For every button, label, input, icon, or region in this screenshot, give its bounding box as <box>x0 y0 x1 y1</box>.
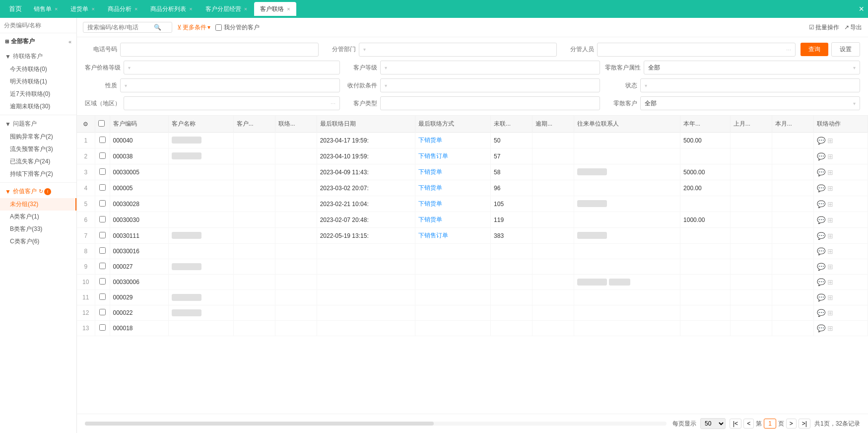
row-last-method-link[interactable]: 下销售订单 <box>418 152 448 159</box>
grid-action-icon[interactable]: ⊞ <box>827 184 833 192</box>
filter-retail-attr-input[interactable]: 全部 ▾ <box>644 61 860 74</box>
sidebar-search-input[interactable] <box>4 22 77 29</box>
horizontal-scrollbar[interactable] <box>85 422 667 426</box>
search-input[interactable] <box>87 24 152 31</box>
tab-customer-segment[interactable]: 客户分层经营 × <box>200 2 253 16</box>
prev-page-btn[interactable]: < <box>743 419 754 429</box>
row-checkbox[interactable] <box>99 278 106 285</box>
sidebar-item-hoard[interactable]: 囤购异常客户(2) <box>0 131 76 143</box>
grid-action-icon[interactable]: ⊞ <box>827 309 833 317</box>
chat-icon[interactable]: 💬 <box>817 309 825 317</box>
tab-purchase[interactable]: 进货单 × <box>65 2 100 16</box>
search-button[interactable]: 查询 <box>801 43 828 56</box>
filter-gender-input[interactable]: ▾ <box>120 78 340 92</box>
row-checkbox[interactable] <box>99 137 106 143</box>
grid-action-icon[interactable]: ⊞ <box>827 137 833 144</box>
sidebar-item-class-b[interactable]: B类客户(33) <box>0 223 76 235</box>
row-checkbox[interactable] <box>99 232 106 238</box>
row-checkbox[interactable] <box>99 263 106 269</box>
chat-icon[interactable]: 💬 <box>817 324 825 332</box>
filter-price-level-input[interactable]: ▾ <box>124 61 340 74</box>
tab-analysis[interactable]: 商品分析 × <box>102 2 143 16</box>
my-customers-checkbox[interactable]: 我分管的客户 <box>215 23 260 32</box>
sidebar-item-today[interactable]: 今天待联络(0) <box>0 63 76 75</box>
row-last-method-link[interactable]: 下销货单 <box>418 200 442 207</box>
sidebar-item-declining[interactable]: 持续下滑客户(2) <box>0 168 76 180</box>
grid-action-icon[interactable]: ⊞ <box>827 293 833 301</box>
sidebar-item-ungrouped[interactable]: 未分组(32) <box>0 198 76 211</box>
sidebar-item-class-a[interactable]: A类客户(1) <box>0 211 76 223</box>
tab-home[interactable]: 首页 <box>4 4 27 13</box>
settings-icon[interactable]: ⚙ <box>83 121 88 128</box>
row-last-method-link[interactable]: 下销货单 <box>418 184 442 191</box>
th-settings[interactable]: ⚙ <box>77 116 95 133</box>
grid-action-icon[interactable]: ⊞ <box>827 263 833 271</box>
tab-purchase-close[interactable]: × <box>91 6 94 12</box>
tab-analysis-list[interactable]: 商品分析列表 × <box>144 2 198 16</box>
reset-button[interactable]: 设置 <box>831 42 860 57</box>
filter-phone-input[interactable] <box>120 43 319 57</box>
search-icon[interactable]: 🔍 <box>154 24 161 31</box>
tab-customer-contact-close[interactable]: × <box>287 6 290 12</box>
sidebar-item-tomorrow[interactable]: 明天待联络(1) <box>0 75 76 88</box>
tab-analysis-list-close[interactable]: × <box>189 6 192 12</box>
grid-action-icon[interactable]: ⊞ <box>827 324 833 332</box>
sidebar-item-warning[interactable]: 流失预警客户(3) <box>0 143 76 155</box>
row-checkbox[interactable] <box>99 324 106 331</box>
row-checkbox[interactable] <box>99 216 106 222</box>
filter-dept-input[interactable]: ▾ <box>359 43 557 57</box>
chat-icon[interactable]: 💬 <box>817 247 825 255</box>
sidebar-item-7days[interactable]: 近7天待联络(0) <box>0 88 76 100</box>
chat-icon[interactable]: 💬 <box>817 278 825 286</box>
my-customers-check[interactable] <box>215 24 222 31</box>
tab-analysis-close[interactable]: × <box>134 6 137 12</box>
more-conditions-btn[interactable]: ⊻ 更多条件 ▾ <box>177 23 210 32</box>
next-page-btn[interactable]: > <box>786 419 797 429</box>
grid-action-icon[interactable]: ⊞ <box>827 247 833 255</box>
filter-status-input[interactable]: ▾ <box>640 78 860 92</box>
grid-action-icon[interactable]: ⊞ <box>827 232 833 240</box>
tab-customer-contact[interactable]: 客户联络 × <box>254 2 296 16</box>
first-page-btn[interactable]: |< <box>730 419 741 429</box>
sidebar-group-value[interactable]: ▼ 价值客户 ↻ ! <box>0 185 76 198</box>
chat-icon[interactable]: 💬 <box>817 232 825 240</box>
filter-payment-input[interactable]: ▾ <box>380 78 600 92</box>
tab-sales[interactable]: 销售单 × <box>28 2 64 16</box>
row-checkbox[interactable] <box>99 168 106 175</box>
chat-icon[interactable]: 💬 <box>817 263 825 271</box>
filter-retail-customer-input[interactable]: 全部 ▾ <box>640 96 860 110</box>
row-checkbox[interactable] <box>99 184 106 191</box>
batch-ops-btn[interactable]: ☑ 批量操作 <box>809 23 839 32</box>
sidebar-group-problem[interactable]: ▼ 问题客户 <box>0 117 76 131</box>
select-all-checkbox[interactable] <box>98 120 105 127</box>
last-page-btn[interactable]: >| <box>799 419 810 429</box>
chat-icon[interactable]: 💬 <box>817 293 825 301</box>
row-checkbox[interactable] <box>99 309 106 315</box>
tab-sales-close[interactable]: × <box>55 6 58 12</box>
search-box[interactable]: 🔍 <box>83 22 172 33</box>
row-last-method-link[interactable]: 下销售订单 <box>418 232 448 239</box>
row-checkbox[interactable] <box>99 247 106 254</box>
chat-icon[interactable]: 💬 <box>817 200 825 208</box>
filter-manager-input[interactable]: ··· <box>597 43 796 57</box>
row-last-method-link[interactable]: 下销货单 <box>418 168 442 175</box>
chat-icon[interactable]: 💬 <box>817 152 825 160</box>
filter-region-input[interactable]: ··· <box>124 96 340 110</box>
filter-customer-type-input[interactable] <box>380 96 600 110</box>
row-checkbox[interactable] <box>99 200 106 207</box>
row-checkbox[interactable] <box>99 293 106 300</box>
th-checkbox[interactable] <box>95 116 110 133</box>
grid-action-icon[interactable]: ⊞ <box>827 152 833 160</box>
sidebar-all-customers[interactable]: ⊞ 全部客户 « <box>0 33 76 50</box>
row-last-method-link[interactable]: 下销货单 <box>418 216 442 223</box>
export-btn[interactable]: ↗ 导出 <box>844 23 862 32</box>
tab-bar-close[interactable]: × <box>859 4 864 14</box>
grid-action-icon[interactable]: ⊞ <box>827 278 833 286</box>
sidebar-item-overdue[interactable]: 逾期未联络(30) <box>0 100 76 113</box>
current-page[interactable]: 1 <box>764 419 776 429</box>
chat-icon[interactable]: 💬 <box>817 184 825 192</box>
sidebar-group-waiting[interactable]: ▼ 待联络客户 <box>0 50 76 63</box>
grid-action-icon[interactable]: ⊞ <box>827 216 833 224</box>
chat-icon[interactable]: 💬 <box>817 168 825 176</box>
grid-action-icon[interactable]: ⊞ <box>827 168 833 176</box>
